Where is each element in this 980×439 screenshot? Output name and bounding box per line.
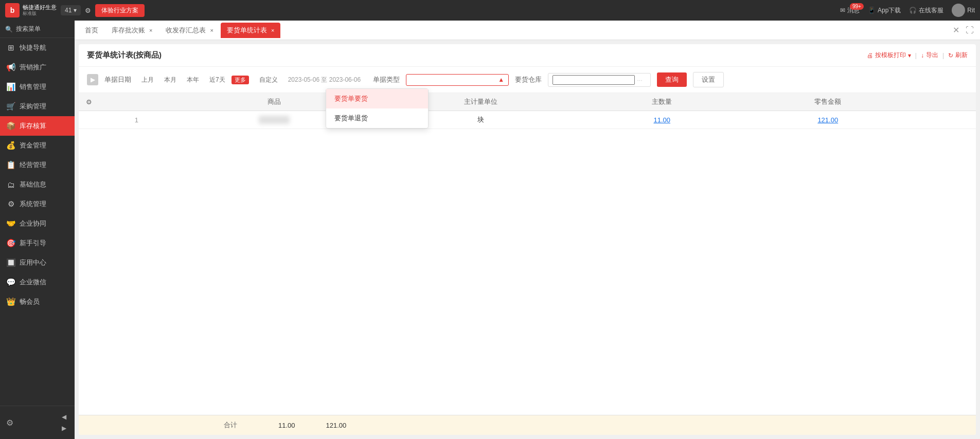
filter-settings-button[interactable]: 设置 <box>693 72 724 87</box>
sidebar-item-system[interactable]: ⚙ 系统管理 <box>0 194 75 214</box>
col-extra <box>919 93 976 111</box>
message-icon: ✉ <box>840 7 845 14</box>
sidebar-icon-system: ⚙ <box>6 199 15 209</box>
sidebar-icon-membership: 👑 <box>6 297 15 306</box>
service-icon: 🎧 <box>909 7 917 14</box>
sidebar-item-sales[interactable]: 📊 销售管理 <box>0 77 75 97</box>
sidebar-label-enterprise: 企业协同 <box>20 219 46 228</box>
refresh-button[interactable]: ↻ 刷新 <box>948 51 968 60</box>
summary-row: 合计 11.00 121.00 <box>79 415 976 435</box>
user-area[interactable]: Rit <box>952 4 975 17</box>
export-label: 导出 <box>926 51 938 60</box>
online-service-button[interactable]: 🎧 在线客服 <box>909 6 943 15</box>
sidebar-icon-wechat: 💬 <box>6 278 15 287</box>
sidebar-item-operations[interactable]: 📋 经营管理 <box>0 155 75 175</box>
action-divider2: | <box>942 52 944 59</box>
date-range-display: 2023-05-06 至 2023-06-06 <box>288 76 361 84</box>
tab-label-batch-account: 库存批次账 <box>112 26 145 35</box>
last-month-btn[interactable]: 上月 <box>137 75 158 85</box>
tab-batch-account[interactable]: 库存批次账× <box>105 23 158 38</box>
sidebar-item-wechat[interactable]: 💬 企业微信 <box>0 272 75 292</box>
select-up-icon: ▲ <box>498 76 504 83</box>
print-button[interactable]: 🖨 按模板打印 ▾ <box>867 51 911 60</box>
type-select[interactable]: ▲ <box>406 74 509 86</box>
page-content: 要货单统计表(按商品) 🖨 按模板打印 ▾ | ↓ 导出 | ↻ <box>79 44 976 435</box>
sidebar-search[interactable]: 🔍 搜索菜单 <box>0 21 75 38</box>
this-year-btn[interactable]: 本年 <box>183 75 203 85</box>
query-button[interactable]: 查询 <box>657 72 687 87</box>
tab-home[interactable]: 首页 <box>79 23 104 38</box>
type-input[interactable] <box>411 76 496 84</box>
sidebar-item-app-center[interactable]: 🔲 应用中心 <box>0 253 75 272</box>
export-button[interactable]: ↓ 导出 <box>921 51 938 60</box>
filter-expand-button[interactable]: ▶ <box>87 74 98 85</box>
page-header: 要货单统计表(按商品) 🖨 按模板打印 ▾ | ↓ 导出 | ↻ <box>79 44 976 67</box>
messages-button[interactable]: ✉ 消息 99+ <box>840 6 860 15</box>
main-layout: 🔍 搜索菜单 ⊞ 快捷导航 📢 营销推广 📊 销售管理 🛒 采购管理 📦 库存核… <box>0 21 980 439</box>
dropdown-item-order-return[interactable]: 要货单退货 <box>326 108 428 128</box>
sidebar-label-operations: 经营管理 <box>20 160 46 170</box>
sidebar-item-guide[interactable]: 🎯 新手引导 <box>0 233 75 253</box>
action-divider: | <box>915 52 917 59</box>
recent-7days-btn[interactable]: 近7天 <box>205 75 229 85</box>
settings-icon[interactable]: ⚙ <box>85 7 91 14</box>
tab-order-summary[interactable]: 要货单统计表× <box>221 23 280 38</box>
trial-button[interactable]: 体验行业方案 <box>95 4 145 17</box>
tab-close-collect-summary[interactable]: × <box>210 27 213 33</box>
sidebar-item-marketing[interactable]: 📢 营销推广 <box>0 58 75 77</box>
sidebar-icon-basic: 🗂 <box>6 180 15 189</box>
tab-label-home: 首页 <box>85 26 98 35</box>
tab-collect-summary[interactable]: 收发存汇总表× <box>159 23 219 38</box>
warehouse-select[interactable]: ··· <box>548 73 651 87</box>
app-download-button[interactable]: 📱 App下载 <box>868 6 901 15</box>
this-month-btn[interactable]: 本月 <box>160 75 181 85</box>
warehouse-input[interactable] <box>553 75 635 85</box>
summary-label: 合计 <box>224 420 237 430</box>
sidebar-item-inventory[interactable]: 📦 库存核算 <box>0 116 75 136</box>
tab-close-order-summary[interactable]: × <box>271 27 274 33</box>
row-settings-cell <box>79 111 99 129</box>
type-dropdown: 要货单要货 要货单退货 <box>326 88 429 129</box>
goods-name-blurred <box>259 116 290 124</box>
row-index: 1 <box>99 111 174 129</box>
data-table: ⚙ 商品 主计量单位 主数量 零售金额 1 <box>79 93 976 129</box>
tab-bar-actions: ✕ ⛶ <box>951 23 976 37</box>
online-service-label: 在线客服 <box>919 6 943 15</box>
sidebar-label-finance: 资金管理 <box>20 141 46 150</box>
dropdown-item-order-goods[interactable]: 要货单要货 <box>326 89 428 108</box>
page-actions: 🖨 按模板打印 ▾ | ↓ 导出 | ↻ 刷新 <box>867 51 968 60</box>
sidebar-item-enterprise[interactable]: 🤝 企业协同 <box>0 214 75 233</box>
store-selector[interactable]: 41 ▾ <box>61 5 81 15</box>
sidebar-icon-purchase: 🛒 <box>6 102 15 111</box>
avatar <box>952 4 965 17</box>
col-settings-icon[interactable]: ⚙ <box>86 98 92 106</box>
header-left: b 畅捷通好生意 标准版 41 ▾ ⚙ 体验行业方案 <box>5 3 145 17</box>
tab-close-button[interactable]: ✕ <box>951 23 961 37</box>
logo-icon: b <box>5 3 20 17</box>
summary-quantity: 11.00 <box>278 422 295 429</box>
header-right: ✉ 消息 99+ 📱 App下载 🎧 在线客服 Rit <box>840 4 975 17</box>
scroll-down-icon[interactable]: ▶ <box>60 423 68 434</box>
more-dates-btn[interactable]: 更多 <box>231 76 249 84</box>
sidebar-item-purchase[interactable]: 🛒 采购管理 <box>0 97 75 116</box>
custom-date-btn[interactable]: 自定义 <box>255 75 282 85</box>
messages-badge: 99+ <box>850 3 864 10</box>
download-icon: 📱 <box>868 7 876 14</box>
sidebar-label-marketing: 营销推广 <box>20 63 46 72</box>
sidebar-item-membership[interactable]: 👑 畅会员 <box>0 292 75 312</box>
tab-expand-button[interactable]: ⛶ <box>964 24 976 37</box>
warehouse-filter-label: 要货仓库 <box>515 75 542 84</box>
scroll-up-icon[interactable]: ◀ <box>60 411 68 423</box>
table-row: 1 块 11.00 121.00 <box>79 111 976 129</box>
chevron-down-icon: ▾ <box>908 52 911 59</box>
store-name: 41 <box>65 7 72 14</box>
sidebar-item-finance[interactable]: 💰 资金管理 <box>0 136 75 155</box>
sidebar-label-system: 系统管理 <box>20 199 46 209</box>
sidebar-item-quick-nav[interactable]: ⊞ 快捷导航 <box>0 38 75 58</box>
tabs-list: 首页库存批次账×收发存汇总表×要货单统计表× <box>79 23 280 38</box>
sidebar-item-basic[interactable]: 🗂 基础信息 <box>0 175 75 194</box>
col-amount: 零售金额 <box>737 93 919 111</box>
tab-close-batch-account[interactable]: × <box>149 27 152 33</box>
chevron-down-icon: ▾ <box>74 7 77 14</box>
gear-footer-icon[interactable]: ⚙ <box>6 418 13 428</box>
